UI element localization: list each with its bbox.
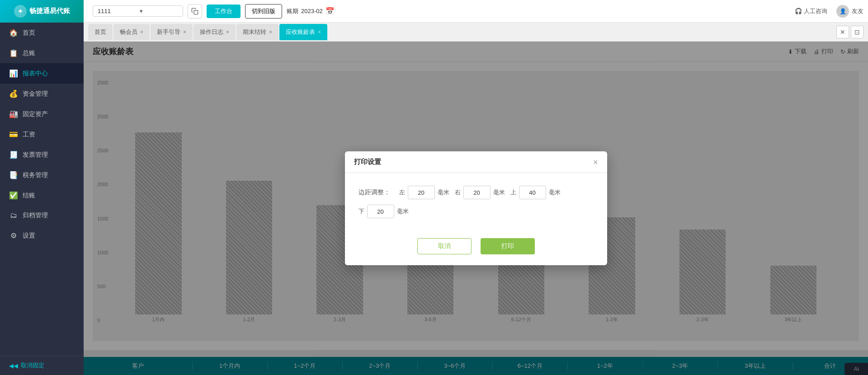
sidebar-item-label: 报表中心 xyxy=(23,70,48,78)
sidebar-item-label: 税务管理 xyxy=(23,171,48,179)
sidebar-item-salary[interactable]: 💳 工资 xyxy=(0,124,84,145)
margin-left-input[interactable] xyxy=(408,186,435,199)
sidebar-item-label: 首页 xyxy=(23,29,35,37)
print-settings-modal: 打印设置 × 边距调整： 左 毫米 右 xyxy=(345,151,607,265)
sidebar-item-ledger[interactable]: 📋 总账 xyxy=(0,43,84,63)
margin-right-input[interactable] xyxy=(463,186,491,199)
company-select[interactable]: 1111 ▾ xyxy=(93,5,183,17)
tax-icon: 📑 xyxy=(9,171,18,179)
switch-version-button[interactable]: 切到旧版 xyxy=(245,4,282,19)
home-icon: 🏠 xyxy=(9,28,18,37)
tab-label: 操作日志 xyxy=(200,28,223,36)
content-area: 首页 畅会员 × 新手引导 × 操作日志 × 期末结转 × 应收账龄表 × xyxy=(84,23,868,375)
margin-left-group: 左 毫米 xyxy=(399,186,449,199)
collapse-sidebar-button[interactable]: ◀◀ 取消固定 xyxy=(0,356,84,375)
cancel-button[interactable]: 取消 xyxy=(417,238,472,254)
modal-footer: 取消 打印 xyxy=(345,231,607,265)
tab-close-icon[interactable]: × xyxy=(269,29,272,35)
tab-log[interactable]: 操作日志 × xyxy=(193,24,236,40)
tab-close-icon[interactable]: × xyxy=(318,29,321,35)
period-label: 账期 xyxy=(287,7,298,15)
tab-guide[interactable]: 新手引导 × xyxy=(151,24,193,40)
sidebar-item-label: 总账 xyxy=(23,49,35,57)
sidebar-item-reports[interactable]: 📊 报表中心 xyxy=(0,63,84,84)
calendar-icon[interactable]: 📅 xyxy=(326,7,335,15)
logo-text: 畅捷通易代账 xyxy=(29,7,70,15)
user-name: 友友 xyxy=(852,7,863,15)
sidebar-item-home[interactable]: 🏠 首页 xyxy=(0,23,84,43)
copy-button[interactable] xyxy=(188,4,202,19)
sidebar-item-label: 固定资产 xyxy=(23,110,48,118)
margin-bottom-input[interactable] xyxy=(367,205,394,218)
maximize-window-button[interactable]: ⊡ xyxy=(851,26,863,38)
tab-aging[interactable]: 应收账龄表 × xyxy=(279,24,327,40)
assets-icon: 🏭 xyxy=(9,110,18,118)
margin-bottom-group: 下 毫米 xyxy=(359,205,409,218)
confirm-print-button[interactable]: 打印 xyxy=(481,238,535,254)
sidebar-item-label: 工资 xyxy=(23,131,35,139)
tab-member[interactable]: 畅会员 × xyxy=(113,24,150,40)
sidebar-item-assets[interactable]: 🏭 固定资产 xyxy=(0,104,84,124)
tab-period[interactable]: 期末结转 × xyxy=(236,24,278,40)
tab-close-icon[interactable]: × xyxy=(183,29,186,35)
workbench-button[interactable]: 工作台 xyxy=(207,5,241,18)
sidebar-item-label: 归档管理 xyxy=(23,211,48,220)
top-header: ✦ 畅捷通易代账 1111 ▾ 工作台 切到旧版 账期 2023-02 📅 🎧 … xyxy=(0,0,868,23)
support-button[interactable]: 🎧 人工咨询 xyxy=(795,7,827,15)
sidebar-item-funds[interactable]: 💰 资金管理 xyxy=(0,84,84,104)
margin-right-group: 右 毫米 xyxy=(455,186,505,199)
right-direction-label: 右 xyxy=(455,188,461,197)
ledger-icon: 📋 xyxy=(9,49,18,57)
logo-area: ✦ 畅捷通易代账 xyxy=(0,0,84,23)
sidebar-item-tax[interactable]: 📑 税务管理 xyxy=(0,165,84,185)
logo-icon: ✦ xyxy=(14,5,27,18)
margin-top-input[interactable] xyxy=(519,186,546,199)
sidebar-item-label: 发票管理 xyxy=(23,151,48,159)
sidebar-item-settle[interactable]: ✅ 结账 xyxy=(0,185,84,206)
sidebar-item-label: 结账 xyxy=(23,192,35,200)
top-unit-label: 毫米 xyxy=(549,188,561,197)
collapse-label: 取消固定 xyxy=(21,361,44,370)
sidebar-item-archive[interactable]: 🗂 归档管理 xyxy=(0,206,84,225)
modal-header: 打印设置 × xyxy=(345,151,607,173)
tab-label: 首页 xyxy=(94,28,106,36)
tab-bar: 首页 畅会员 × 新手引导 × 操作日志 × 期末结转 × 应收账龄表 × xyxy=(84,23,868,42)
main-layout: 🏠 首页 📋 总账 📊 报表中心 💰 资金管理 🏭 固定资产 💳 工资 xyxy=(0,23,868,375)
tab-window-buttons: ✕ ⊡ xyxy=(836,26,863,38)
invoice-icon: 🧾 xyxy=(9,150,18,159)
modal-title: 打印设置 xyxy=(354,158,381,166)
company-dropdown-icon: ▾ xyxy=(140,8,178,14)
sidebar-item-settings[interactable]: ⚙ 设置 xyxy=(0,225,84,246)
tab-close-icon[interactable]: × xyxy=(140,29,143,35)
svg-rect-0 xyxy=(194,10,198,14)
tab-label: 应收账龄表 xyxy=(286,28,315,36)
tab-label: 期末结转 xyxy=(243,28,266,36)
sidebar-item-label: 设置 xyxy=(23,232,35,240)
page-content: 应收账龄表 ⬇ 下载 🖨 打印 ↻ 刷新 xyxy=(84,42,868,375)
left-unit-label: 毫米 xyxy=(438,188,449,197)
sidebar-item-invoice[interactable]: 🧾 发票管理 xyxy=(0,145,84,165)
tab-label: 畅会员 xyxy=(120,28,137,36)
headset-icon: 🎧 xyxy=(795,8,802,14)
reports-icon: 📊 xyxy=(9,69,18,78)
period-area: 账期 2023-02 📅 xyxy=(287,7,335,15)
funds-icon: 💰 xyxy=(9,89,18,98)
modal-overlay: 打印设置 × 边距调整： 左 毫米 右 xyxy=(84,42,868,375)
right-unit-label: 毫米 xyxy=(493,188,505,197)
modal-close-button[interactable]: × xyxy=(593,158,598,166)
close-window-button[interactable]: ✕ xyxy=(836,26,849,38)
top-direction-label: 上 xyxy=(510,188,516,197)
sidebar: 🏠 首页 📋 总账 📊 报表中心 💰 资金管理 🏭 固定资产 💳 工资 xyxy=(0,23,84,375)
sidebar-scroll: 🏠 首页 📋 总账 📊 报表中心 💰 资金管理 🏭 固定资产 💳 工资 xyxy=(0,23,84,356)
bottom-unit-label: 毫米 xyxy=(397,207,409,216)
left-direction-label: 左 xyxy=(399,188,405,197)
tab-home[interactable]: 首页 xyxy=(88,24,113,40)
margin-settings-row: 边距调整： 左 毫米 右 毫米 xyxy=(359,186,594,218)
top-right-area: 🎧 人工咨询 👤 友友 xyxy=(795,5,863,18)
salary-icon: 💳 xyxy=(9,130,18,139)
settle-icon: ✅ xyxy=(9,191,18,200)
user-menu[interactable]: 👤 友友 xyxy=(836,5,863,18)
modal-body: 边距调整： 左 毫米 右 毫米 xyxy=(345,173,607,231)
pin-icon: ◀◀ xyxy=(9,362,18,369)
tab-close-icon[interactable]: × xyxy=(226,29,229,35)
